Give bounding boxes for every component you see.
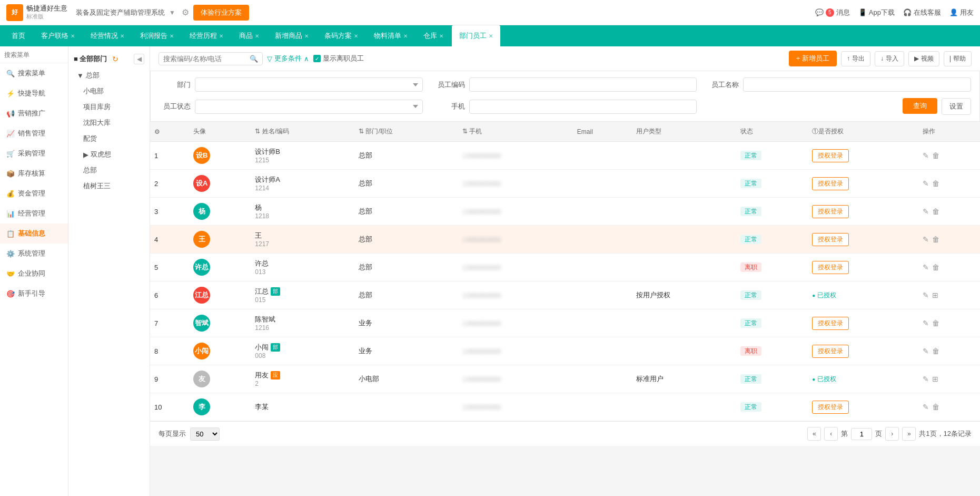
sidebar-item-guide[interactable]: 🎯 新手引导 (0, 284, 68, 304)
close-icon[interactable]: ✕ (439, 33, 443, 39)
page-number-input[interactable] (851, 428, 872, 440)
edit-icon[interactable]: ✎ (923, 207, 929, 216)
collapse-tree-btn[interactable]: ◀ (134, 54, 144, 64)
export-button[interactable]: ↑ 导出 (841, 51, 870, 66)
app-download-btn[interactable]: 📱 App下载 (858, 8, 895, 17)
search-input[interactable] (163, 55, 248, 63)
settings-button[interactable]: 设置 (942, 98, 971, 115)
close-icon[interactable]: ✕ (304, 33, 309, 39)
help-button[interactable]: | 帮助 (944, 51, 972, 66)
messages-btn[interactable]: 💬 5 消息 (815, 8, 850, 17)
search-button[interactable]: 查询 (903, 98, 937, 114)
edit-icon[interactable]: ✎ (923, 291, 929, 299)
sidebar-item-nav[interactable]: ⚡ 快捷导航 (0, 83, 68, 103)
sidebar-item-basic[interactable]: 📋 基础信息 (0, 223, 68, 244)
trial-button[interactable]: 体验行业方案 (193, 5, 249, 21)
gear-btn[interactable]: ⚙ (182, 7, 189, 17)
video-button[interactable]: ▶ 视频 (908, 51, 939, 66)
sidebar-item-finance[interactable]: 💰 资金管理 (0, 183, 68, 203)
first-page-btn[interactable]: « (807, 427, 821, 441)
tab-employees[interactable]: 部门员工✕ (452, 25, 500, 46)
delete-icon[interactable]: 🗑 (932, 319, 939, 327)
sidebar-item-search[interactable]: 🔍 搜索菜单 (0, 63, 68, 83)
emp-name-input[interactable] (743, 77, 971, 92)
sidebar-item-marketing[interactable]: 📢 营销推广 (0, 103, 68, 123)
tab-customer[interactable]: 客户联络✕ (34, 25, 82, 46)
edit-icon[interactable]: ✎ (923, 375, 929, 383)
per-page-select[interactable]: 50 100 200 (190, 427, 220, 441)
search-box[interactable]: 🔍 (159, 52, 263, 65)
next-page-btn[interactable]: › (885, 427, 899, 441)
dept-item-headquarters[interactable]: ▼ 总部 (68, 67, 150, 83)
close-icon[interactable]: ✕ (354, 33, 358, 39)
sidebar-item-collab[interactable]: 🤝 企业协同 (0, 264, 68, 284)
tab-warehouse[interactable]: 仓库✕ (416, 25, 451, 46)
dept-item-shuanghu[interactable]: ▶ 双虎想 (68, 147, 150, 162)
close-icon[interactable]: ✕ (489, 33, 493, 39)
delete-icon[interactable]: 🗑 (932, 235, 939, 244)
user-btn[interactable]: 👤 用友 (949, 8, 974, 17)
copy-icon[interactable]: ⊞ (932, 291, 938, 299)
tab-bom[interactable]: 物料清单✕ (367, 25, 415, 46)
auth-button[interactable]: 授权登录 (812, 401, 849, 414)
tab-goods[interactable]: 商品✕ (232, 25, 266, 46)
tab-operation[interactable]: 经营情况✕ (83, 25, 132, 46)
dept-item-shenyang[interactable]: 沈阳大库 (68, 115, 150, 131)
col-phone[interactable]: ⇅ 手机 (458, 122, 573, 142)
sidebar-item-sales[interactable]: 📈 销售管理 (0, 123, 68, 143)
copy-icon[interactable]: ⊞ (932, 375, 938, 383)
online-service-btn[interactable]: 🎧 在线客服 (903, 8, 941, 17)
delete-icon[interactable]: 🗑 (932, 403, 939, 411)
tab-history[interactable]: 经营历程✕ (182, 25, 231, 46)
edit-icon[interactable]: ✎ (923, 263, 929, 271)
close-icon[interactable]: ✕ (403, 33, 408, 39)
prev-page-btn[interactable]: ‹ (824, 427, 838, 441)
close-icon[interactable]: ✕ (71, 33, 75, 39)
dropdown-arrow[interactable]: ▼ (169, 9, 175, 16)
delete-icon[interactable]: 🗑 (932, 151, 939, 160)
auth-button[interactable]: 授权登录 (812, 149, 849, 162)
dept-item-project[interactable]: 项目库房 (68, 99, 150, 115)
dept-item-xiaodibu[interactable]: 小电部 (68, 83, 150, 99)
dept-refresh-icon[interactable]: ↻ (112, 55, 118, 63)
dept-item-zongbu[interactable]: 总部 (68, 162, 150, 178)
sidebar-search-input[interactable] (4, 51, 68, 59)
last-page-btn[interactable]: » (902, 427, 916, 441)
tab-home[interactable]: 首页 (4, 25, 33, 46)
emp-code-input[interactable] (469, 77, 697, 92)
delete-icon[interactable]: 🗑 (932, 347, 939, 355)
auth-button[interactable]: 授权登录 (812, 233, 849, 246)
tab-new-goods[interactable]: 新增商品✕ (268, 25, 316, 46)
auth-button[interactable]: 授权登录 (812, 205, 849, 218)
edit-icon[interactable]: ✎ (923, 319, 929, 327)
close-icon[interactable]: ✕ (255, 33, 259, 39)
col-settings[interactable]: ⚙ (150, 122, 189, 142)
tab-profit[interactable]: 利润报告✕ (133, 25, 181, 46)
dept-item-distribution[interactable]: 配货 (68, 131, 150, 147)
close-icon[interactable]: ✕ (120, 33, 124, 39)
sidebar-search[interactable]: 🔍 (0, 46, 68, 63)
edit-icon[interactable]: ✎ (923, 179, 929, 188)
tab-barcode[interactable]: 条码方案✕ (317, 25, 365, 46)
auth-button[interactable]: 授权登录 (812, 177, 849, 190)
edit-icon[interactable]: ✎ (923, 235, 929, 244)
dept-item-zhishu[interactable]: 植树王三 (68, 178, 150, 194)
dept-filter-select[interactable] (195, 77, 423, 92)
more-filter-btn[interactable]: ▽ 更多条件 ∧ (267, 54, 309, 63)
delete-icon[interactable]: 🗑 (932, 263, 939, 271)
delete-icon[interactable]: 🗑 (932, 207, 939, 216)
sidebar-item-inventory[interactable]: 📦 库存核算 (0, 163, 68, 183)
col-name[interactable]: ⇅ 姓名/编码 (251, 122, 354, 142)
add-employee-button[interactable]: + 新增员工 (789, 51, 837, 66)
close-icon[interactable]: ✕ (170, 33, 174, 39)
sidebar-item-purchase[interactable]: 🛒 采购管理 (0, 143, 68, 163)
auth-button[interactable]: 授权登录 (812, 317, 849, 330)
show-resigned-toggle[interactable]: ✓ 显示离职员工 (313, 54, 364, 63)
auth-button[interactable]: 授权登录 (812, 261, 849, 274)
import-button[interactable]: ↓ 导入 (875, 51, 904, 66)
phone-input[interactable] (469, 100, 697, 114)
close-icon[interactable]: ✕ (219, 33, 223, 39)
edit-icon[interactable]: ✎ (923, 347, 929, 355)
emp-status-select[interactable] (195, 100, 423, 114)
edit-icon[interactable]: ✎ (923, 151, 929, 160)
